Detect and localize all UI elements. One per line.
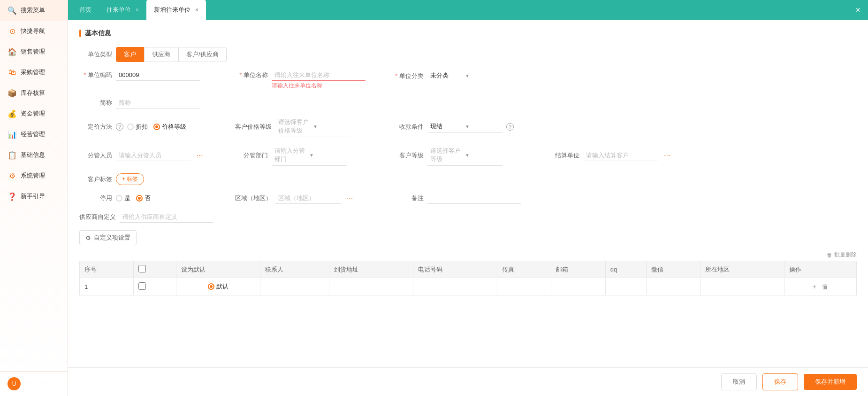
supplier-custom-input[interactable] bbox=[120, 211, 213, 223]
region-dots-btn[interactable]: ··· bbox=[345, 194, 355, 202]
disabled-row: 停用 是 否 区域（地区） ··· 备注 bbox=[79, 193, 857, 204]
col-qq: qq bbox=[605, 261, 646, 278]
main-area: 首页 往来单位 × 新增往来单位 × × 基本信息 单位类型 客户 供应商 客户… bbox=[68, 0, 868, 396]
manager-input[interactable] bbox=[116, 150, 191, 161]
cell-wechat bbox=[646, 278, 700, 295]
unit-info-row: 单位编码 单位名称 请输入往来单位名称 单位分类 未分类 ▼ bbox=[79, 70, 857, 90]
payment-terms-value: 现结 bbox=[430, 122, 465, 131]
col-contact: 联系人 bbox=[260, 261, 329, 278]
col-region: 所在地区 bbox=[700, 261, 784, 278]
sidebar-label-system: 系统管理 bbox=[21, 171, 45, 180]
sidebar-item-quick-nav[interactable]: ⊙ 快捷导航 bbox=[0, 21, 68, 41]
radio-price-level[interactable]: 价格等级 bbox=[153, 123, 186, 131]
tab-new-partner[interactable]: 新增往来单位 × bbox=[146, 0, 206, 20]
tab-new-partner-close[interactable]: × bbox=[195, 7, 198, 13]
inventory-icon: 📦 bbox=[8, 88, 17, 98]
unit-btn-both[interactable]: 客户/供应商 bbox=[178, 47, 227, 62]
sidebar-item-search[interactable]: 🔍 搜索菜单 bbox=[0, 0, 68, 21]
save-and-new-button[interactable]: 保存并新增 bbox=[804, 374, 857, 390]
row-add-btn[interactable]: + bbox=[811, 282, 818, 291]
sidebar-label-operation: 经营管理 bbox=[21, 130, 45, 139]
unit-name-group: 单位名称 请输入往来单位名称 bbox=[235, 70, 376, 90]
radio-discount[interactable]: 折扣 bbox=[127, 123, 148, 131]
cell-address bbox=[329, 278, 413, 295]
sidebar-label-inventory: 库存核算 bbox=[21, 89, 45, 97]
row-checkbox[interactable] bbox=[138, 282, 146, 290]
remark-input[interactable] bbox=[427, 193, 521, 204]
cell-email bbox=[551, 278, 605, 295]
custom-settings-button[interactable]: ⚙ 自定义项设置 bbox=[79, 230, 137, 245]
tab-bar-close-all[interactable]: × bbox=[852, 5, 864, 15]
guide-icon: ❓ bbox=[8, 192, 17, 201]
settlement-unit-input[interactable] bbox=[583, 150, 658, 161]
department-placeholder: 请输入分管部门 bbox=[274, 147, 309, 163]
col-email: 邮箱 bbox=[551, 261, 605, 278]
sidebar-item-basic-info[interactable]: 📋 基础信息 bbox=[0, 145, 68, 165]
payment-terms-group: 收款条件 现结 ▼ ? bbox=[391, 120, 532, 133]
save-button[interactable]: 保存 bbox=[762, 373, 798, 390]
radio-no[interactable]: 否 bbox=[136, 194, 151, 202]
sidebar-item-guide[interactable]: ❓ 新手引导 bbox=[0, 186, 68, 207]
sidebar-item-finance[interactable]: 💰 资金管理 bbox=[0, 103, 68, 124]
unit-category-label: 单位分类 bbox=[391, 72, 424, 80]
col-action: 操作 bbox=[784, 261, 856, 278]
cell-action: + 🗑 bbox=[784, 278, 856, 295]
unit-type-group: 单位类型 客户 供应商 客户/供应商 bbox=[79, 47, 227, 62]
tab-home[interactable]: 首页 bbox=[72, 0, 99, 20]
sidebar-label-search: 搜索菜单 bbox=[21, 6, 45, 15]
add-tag-button[interactable]: + 标签 bbox=[116, 173, 144, 185]
unit-btn-supplier[interactable]: 供应商 bbox=[144, 47, 178, 62]
short-name-label: 简称 bbox=[79, 99, 112, 107]
row-delete-btn[interactable]: 🗑 bbox=[820, 282, 830, 291]
customer-price-level-arrow: ▼ bbox=[313, 124, 348, 129]
sidebar-label-basic-info: 基础信息 bbox=[21, 151, 45, 159]
unit-name-input[interactable] bbox=[272, 70, 365, 81]
col-seq: 序号 bbox=[80, 261, 134, 278]
region-input[interactable] bbox=[275, 193, 341, 204]
cell-check bbox=[134, 278, 176, 295]
unit-btn-customer[interactable]: 客户 bbox=[116, 47, 144, 62]
manager-dots-btn[interactable]: ··· bbox=[195, 151, 205, 160]
cell-phone bbox=[413, 278, 497, 295]
unit-category-group: 单位分类 未分类 ▼ bbox=[391, 70, 532, 82]
customer-tag-label: 客户标签 bbox=[79, 175, 112, 184]
col-default: 设为默认 bbox=[176, 261, 260, 278]
cancel-button[interactable]: 取消 bbox=[721, 373, 757, 390]
tab-partner[interactable]: 往来单位 × bbox=[99, 0, 146, 20]
select-all-checkbox[interactable] bbox=[138, 265, 146, 272]
quick-nav-icon: ⊙ bbox=[8, 26, 17, 36]
col-wechat: 微信 bbox=[646, 261, 700, 278]
radio-yes-circle bbox=[116, 195, 122, 202]
customer-level-select[interactable]: 请选择客户等级 ▼ bbox=[427, 145, 503, 166]
radio-yes[interactable]: 是 bbox=[116, 194, 130, 202]
purchase-icon: 🛍 bbox=[8, 68, 17, 77]
sidebar-item-purchase[interactable]: 🛍 采购管理 bbox=[0, 62, 68, 83]
payment-terms-help-icon[interactable]: ? bbox=[506, 123, 514, 131]
radio-discount-circle bbox=[127, 124, 134, 130]
sidebar-bottom: U bbox=[0, 371, 68, 396]
unit-code-input[interactable] bbox=[116, 70, 200, 81]
gear-icon: ⚙ bbox=[85, 234, 91, 241]
cell-fax bbox=[497, 278, 551, 295]
settlement-unit-dots-btn[interactable]: ··· bbox=[662, 151, 672, 160]
footer-bar: 取消 保存 保存并新增 bbox=[68, 367, 868, 396]
row-default-radio[interactable]: 默认 bbox=[181, 282, 255, 291]
sidebar-item-system[interactable]: ⚙ 系统管理 bbox=[0, 165, 68, 186]
pricing-help-icon[interactable]: ? bbox=[116, 123, 123, 131]
sidebar-item-inventory[interactable]: 📦 库存核算 bbox=[0, 83, 68, 103]
short-name-input[interactable] bbox=[116, 97, 200, 109]
page-content: 基本信息 单位类型 客户 供应商 客户/供应商 单位编码 单位名称 bbox=[68, 20, 868, 367]
payment-terms-select[interactable]: 现结 ▼ bbox=[427, 120, 503, 133]
sidebar-item-operation[interactable]: 📊 经营管理 bbox=[0, 124, 68, 145]
customer-level-group: 客户等级 请选择客户等级 ▼ bbox=[391, 145, 532, 166]
unit-category-select[interactable]: 未分类 ▼ bbox=[427, 70, 503, 82]
radio-no-label: 否 bbox=[145, 194, 151, 202]
sidebar-label-sales: 销售管理 bbox=[21, 47, 45, 56]
sidebar-item-sales[interactable]: 🏠 销售管理 bbox=[0, 41, 68, 62]
customer-price-level-select[interactable]: 请选择客户价格等级 ▼ bbox=[275, 116, 350, 137]
batch-delete-area[interactable]: 🗑 批量删除 bbox=[79, 251, 857, 259]
customer-level-arrow: ▼ bbox=[465, 153, 500, 158]
tab-partner-close[interactable]: × bbox=[136, 7, 139, 13]
region-group: 区域（地区） ··· bbox=[235, 193, 376, 204]
department-select[interactable]: 请输入分管部门 ▼ bbox=[272, 145, 347, 166]
